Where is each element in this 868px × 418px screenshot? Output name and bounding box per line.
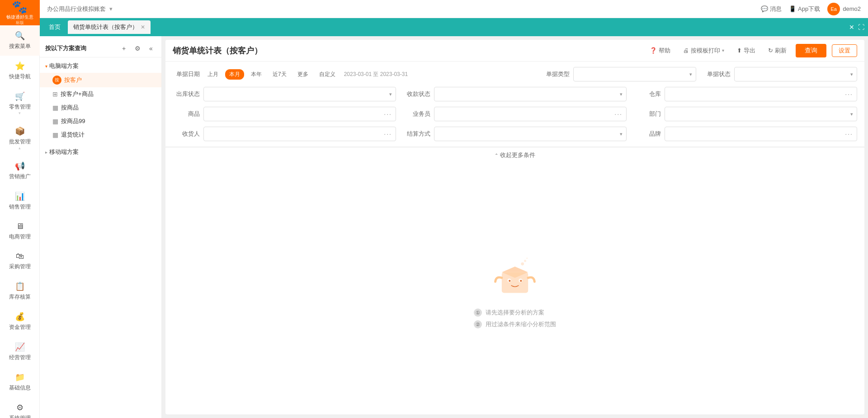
date-more[interactable]: 更多 <box>293 69 312 80</box>
breadcrumb[interactable]: 办公用品行业模拟账套 ▾ <box>47 5 113 13</box>
header-right: 💬 消息 📱 App下载 Ea demo2 <box>761 3 861 15</box>
mobile-scheme-section: ▸ 移动端方案 <box>40 143 161 161</box>
scheme-settings-button[interactable]: ⚙ <box>132 43 142 53</box>
system-icon: ⚙ <box>16 403 24 413</box>
avatar: Ea <box>827 3 840 15</box>
sales-icon: 📊 <box>15 191 25 201</box>
breadcrumb-arrow-icon: ▾ <box>109 5 113 12</box>
sidebar-item-sales[interactable]: 📊 销售管理 <box>0 186 40 216</box>
chevron-down-icon: ▾ <box>19 111 21 115</box>
date-this-year[interactable]: 本年 <box>247 69 266 80</box>
left-panel: 按以下方案查询 + ⚙ « ▾ 电脑端方案 按 <box>40 36 162 418</box>
help-button[interactable]: ❓ 帮助 <box>646 45 674 57</box>
department-select[interactable]: ▾ <box>665 107 857 121</box>
empty-hints: ① 请先选择要分析的方案 ② 用过滤条件来缩小分析范围 <box>474 309 556 328</box>
sidebar-item-label: 基础信息 <box>9 384 31 392</box>
user-profile-button[interactable]: Ea demo2 <box>827 3 861 15</box>
svg-point-3 <box>509 280 510 282</box>
refresh-label: 刷新 <box>775 47 787 55</box>
sidebar-item-label: 系统管理 <box>9 414 31 418</box>
sidebar-item-wholesale[interactable]: 📦 批发管理 ▴ <box>0 121 40 156</box>
salesman-dots[interactable]: ··· <box>614 110 623 118</box>
empty-hint-2: ② 用过滤条件来缩小分析范围 <box>474 320 556 328</box>
date-last-month[interactable]: 上月 <box>203 69 222 80</box>
main-area: 办公用品行业模拟账套 ▾ 💬 消息 📱 App下载 Ea demo2 首页 <box>40 0 868 418</box>
sidebar-item-ecommerce[interactable]: 🖥 电商管理 <box>0 216 40 246</box>
tab-close-icon[interactable]: ✕ <box>141 24 145 30</box>
top-header: 办公用品行业模拟账套 ▾ 💬 消息 📱 App下载 Ea demo2 <box>40 0 868 18</box>
scheme-by-customer[interactable]: 按 按客户 <box>40 73 161 87</box>
sidebar-item-system[interactable]: ⚙ 系统管理 <box>0 397 40 418</box>
collapse-bar[interactable]: ⌃ 收起更多条件 <box>165 147 864 163</box>
doc-status-label: 单据状态 <box>703 70 731 78</box>
scheme-by-customer-goods[interactable]: ⊞ 按客户+商品 <box>40 87 161 101</box>
sidebar-item-finance[interactable]: 💰 资金管理 <box>0 306 40 337</box>
tab-maximize-icon[interactable]: ⛶ <box>858 24 864 31</box>
mobile-section-arrow-icon: ▸ <box>45 150 47 155</box>
tab-bar: 首页 销货单统计表（按客户） ✕ ✕ ⛶ <box>40 18 868 36</box>
export-button[interactable]: ⬆ 导出 <box>733 45 759 57</box>
warehouse-dots[interactable]: ··· <box>845 90 853 98</box>
scheme-by-goods-99[interactable]: ▦ 按商品99 <box>40 114 161 128</box>
department-label: 部门 <box>634 110 661 118</box>
settlement-label: 结算方式 <box>403 130 430 138</box>
scheme-by-goods[interactable]: ▦ 按商品 <box>40 101 161 114</box>
settlement-select[interactable]: ▾ <box>434 127 627 141</box>
add-scheme-button[interactable]: + <box>119 43 129 53</box>
sidebar-item-business[interactable]: 📈 经营管理 <box>0 337 40 367</box>
doc-type-select[interactable]: ▾ <box>573 67 696 81</box>
finance-icon: 💰 <box>15 312 25 322</box>
sidebar-item-quick-nav[interactable]: ⭐ 快捷导航 <box>0 56 40 86</box>
date-range-text: 2023-03-01 至 2023-03-31 <box>344 71 408 78</box>
query-button[interactable]: 查询 <box>796 44 826 57</box>
sidebar-item-label: 销售管理 <box>9 203 31 211</box>
sidebar-item-basic[interactable]: 📁 基础信息 <box>0 367 40 397</box>
tab-home[interactable]: 首页 <box>43 20 66 34</box>
brand-dots[interactable]: ··· <box>845 130 853 138</box>
refresh-button[interactable]: ↻ 刷新 <box>764 45 790 57</box>
scheme-return-stat[interactable]: ▦ 退货统计 <box>40 128 161 142</box>
app-download-button[interactable]: 📱 App下载 <box>789 5 820 13</box>
sidebar-item-label: 快捷导航 <box>9 73 31 81</box>
box-icon: 📦 <box>15 126 25 136</box>
receipt-status-arrow-icon: ▾ <box>620 91 623 97</box>
consignee-dots[interactable]: ··· <box>384 130 392 138</box>
add-icon: + <box>122 45 126 52</box>
sidebar-item-retail[interactable]: 🛒 零售管理 ▾ <box>0 86 40 121</box>
basic-icon: 📁 <box>15 372 25 382</box>
date-7days[interactable]: 近7天 <box>269 69 291 80</box>
mobile-section-header[interactable]: ▸ 移动端方案 <box>40 145 161 159</box>
hint-2-number: ② <box>474 320 482 328</box>
goods-select[interactable]: ··· <box>203 107 396 121</box>
sidebar-logo[interactable]: 🐾 畅捷通好生意 标版 <box>0 0 40 25</box>
collapse-panel-button[interactable]: « <box>146 43 156 53</box>
sidebar-item-purchase[interactable]: 🛍 采购管理 <box>0 246 40 276</box>
logo-icon: 🐾 <box>12 0 28 14</box>
page-actions: ❓ 帮助 🖨 按模板打印 ▾ ⬆ 导出 ↻ 刷新 <box>646 44 857 57</box>
out-status-select[interactable]: ▾ <box>203 87 396 101</box>
tab-sales-stat[interactable]: 销货单统计表（按客户） ✕ <box>68 20 151 34</box>
warehouse-select[interactable]: ··· <box>665 87 857 101</box>
sidebar-item-inventory[interactable]: 📋 库存核算 <box>0 276 40 306</box>
date-custom[interactable]: 自定义 <box>315 69 340 80</box>
brand-select[interactable]: ··· <box>665 127 857 141</box>
doc-status-select[interactable]: ▾ <box>734 67 857 81</box>
filter-section: 单据日期 上月 本月 本年 近7天 更多 自定义 2023-03-01 至 20… <box>165 62 864 147</box>
template-print-button[interactable]: 🖨 按模板打印 ▾ <box>679 45 728 57</box>
consignee-label: 收货人 <box>173 130 200 138</box>
settings-button[interactable]: 设置 <box>832 44 857 57</box>
doc-type-label: 单据类型 <box>542 70 570 78</box>
tab-minimize-icon[interactable]: ✕ <box>849 24 854 31</box>
collapse-icon: « <box>149 45 153 52</box>
message-button[interactable]: 💬 消息 <box>761 5 782 13</box>
goods-dots[interactable]: ··· <box>384 110 392 118</box>
consignee-select[interactable]: ··· <box>203 127 396 141</box>
sidebar-item-marketing[interactable]: 📢 营销推广 <box>0 156 40 186</box>
sidebar: 🐾 畅捷通好生意 标版 🔍 搜索菜单 ⭐ 快捷导航 🛒 零售管理 ▾ 📦 批发管… <box>0 0 40 418</box>
receipt-status-select[interactable]: ▾ <box>434 87 627 101</box>
date-this-month[interactable]: 本月 <box>225 69 244 80</box>
sidebar-item-search[interactable]: 🔍 搜索菜单 <box>0 25 40 56</box>
pc-section-header[interactable]: ▾ 电脑端方案 <box>40 59 161 73</box>
salesman-select[interactable]: ··· <box>434 107 627 121</box>
filter-row-2: 出库状态 ▾ 收款状态 ▾ 仓库 <box>173 87 857 101</box>
